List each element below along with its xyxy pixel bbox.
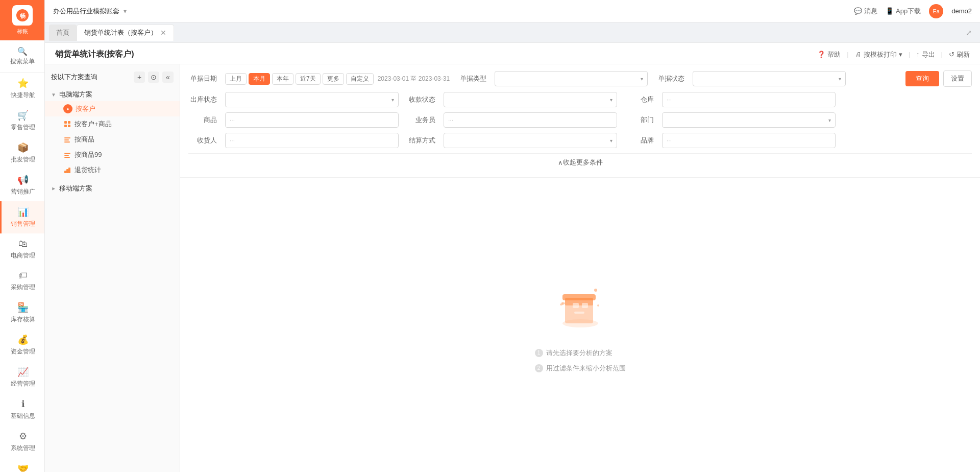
svg-point-21: [597, 304, 599, 306]
doc-type-label: 单据类型: [458, 74, 486, 83]
desktop-group-header[interactable]: ▼ 电脑端方案: [45, 88, 180, 101]
payment-status-select[interactable]: ▾: [444, 92, 617, 107]
collapse-panel-button[interactable]: «: [162, 72, 174, 83]
tab-sales-stat[interactable]: 销货单统计表（按客户） ✕: [77, 25, 174, 41]
print-label: 按模板打印: [864, 50, 897, 59]
sidebar-item-inventory[interactable]: 🏪 库存核算: [0, 297, 44, 329]
export-button[interactable]: ↑ 导出: [916, 50, 935, 59]
date-btn-custom[interactable]: 自定义: [346, 73, 374, 85]
warehouse-label: 仓库: [625, 95, 654, 104]
warehouse-placeholder: ···: [667, 96, 672, 103]
collapse-more-button[interactable]: ∧ 收起更多条件: [188, 153, 972, 171]
goods-label: 商品: [188, 115, 217, 125]
doc-type-arrow: ▾: [641, 76, 643, 82]
tab-bar-inner: 首页 销货单统计表（按客户） ✕: [49, 25, 961, 41]
settlement-select[interactable]: ▾: [444, 133, 617, 148]
header-dropdown-icon[interactable]: ▾: [124, 8, 127, 15]
dept-select[interactable]: ▾: [662, 112, 836, 128]
sidebar-item-enterprise[interactable]: 🤝 企业协同: [0, 458, 44, 472]
svg-rect-12: [64, 171, 66, 173]
date-btn-this-month[interactable]: 本月: [249, 73, 270, 85]
scheme-item-by-customer-goods[interactable]: 按客户+商品: [45, 116, 180, 132]
sidebar-item-system[interactable]: ⚙ 系统管理: [0, 426, 44, 458]
user-avatar[interactable]: Ea: [929, 4, 943, 18]
scheme-item-by-customer[interactable]: ● 按客户: [45, 101, 180, 116]
divider-3: |: [941, 51, 943, 58]
help-button[interactable]: ❓ 帮助: [817, 50, 841, 59]
receiver-placeholder: ···: [230, 137, 235, 144]
sidebar-inventory-label: 库存核算: [11, 315, 35, 324]
sidebar-item-quick-nav[interactable]: ⭐ 快捷导航: [0, 73, 44, 105]
empty-hint-2-text: 用过滤条件来缩小分析范围: [546, 362, 626, 375]
salesperson-select[interactable]: ···: [444, 112, 617, 128]
sidebar-item-sales[interactable]: 📊 销售管理: [0, 201, 44, 233]
date-btn-this-year[interactable]: 本年: [272, 73, 293, 85]
sidebar-item-retail[interactable]: 🛒 零售管理: [0, 105, 44, 137]
date-label: 单据日期: [188, 74, 217, 83]
date-btn-last-month[interactable]: 上月: [225, 73, 247, 85]
print-button[interactable]: 🖨 按模板打印 ▾: [855, 50, 902, 59]
sidebar-item-wholesale[interactable]: 📦 批发管理: [0, 137, 44, 169]
refresh-button[interactable]: ↺ 刷新: [949, 50, 970, 59]
tab-maximize-icon[interactable]: ⤢: [966, 29, 972, 37]
warehouse-select[interactable]: ···: [662, 92, 836, 107]
system-icon: ⚙: [19, 431, 27, 442]
page-title: 销货单统计表(按客户): [55, 49, 134, 60]
app-download-button[interactable]: 📱 App下载: [886, 7, 921, 16]
divider-2: |: [909, 51, 910, 58]
goods-select[interactable]: ···: [225, 112, 399, 128]
doc-type-select[interactable]: ▾: [495, 71, 648, 86]
sidebar-item-finance[interactable]: 💰 资金管理: [0, 329, 44, 361]
purchase-icon: 🏷: [18, 270, 28, 281]
scheme-icon-customer-goods: [63, 120, 71, 128]
edit-scheme-button[interactable]: ⊙: [148, 72, 159, 83]
svg-rect-22: [573, 303, 579, 308]
panel-header: 按以下方案查询 + ⊙ «: [45, 68, 180, 86]
app-title: 办公用品行业模拟账套: [53, 7, 119, 16]
query-button[interactable]: 查询: [905, 71, 939, 86]
tab-bar-right: ⤢: [962, 29, 976, 37]
settings-button[interactable]: 设置: [943, 70, 972, 87]
mobile-group-header[interactable]: ▼ 移动端方案: [45, 182, 180, 195]
filter-row-1: 单据日期 上月 本月 本年 近7天 更多 自定义 2023-03-01 至 20…: [188, 70, 972, 87]
scheme-item-customer-goods-label: 按客户+商品: [75, 120, 112, 129]
desktop-group-label: 电脑端方案: [59, 90, 92, 99]
tab-close-icon[interactable]: ✕: [160, 29, 166, 37]
filter-row-4: 收货人 ··· 结算方式 ▾ 品牌 ···: [188, 133, 972, 148]
svg-rect-2: [64, 121, 67, 124]
sidebar-item-search[interactable]: 🔍 搜索菜单: [0, 40, 44, 73]
svg-rect-6: [64, 137, 70, 138]
scheme-item-return-label: 退货统计: [75, 166, 101, 175]
step-2-circle: 2: [535, 364, 543, 372]
svg-rect-8: [64, 141, 70, 143]
receiver-select[interactable]: ···: [225, 133, 399, 148]
sidebar-item-ecommerce[interactable]: 🛍 电商管理: [0, 233, 44, 265]
tab-home[interactable]: 首页: [49, 25, 77, 41]
add-scheme-button[interactable]: +: [134, 72, 145, 83]
scheme-item-by-goods-99[interactable]: 按商品99: [45, 147, 180, 162]
sidebar-item-basic-info[interactable]: ℹ 基础信息: [0, 393, 44, 426]
out-status-select[interactable]: ▾: [225, 92, 399, 107]
brand-placeholder: ···: [667, 137, 672, 144]
header-left: 办公用品行业模拟账套 ▾: [53, 7, 127, 16]
refresh-label: 刷新: [957, 50, 970, 59]
sidebar-retail-label: 零售管理: [11, 123, 35, 132]
sidebar-item-operation[interactable]: 📈 经营管理: [0, 361, 44, 393]
scheme-item-return-stat[interactable]: 退货统计: [45, 162, 180, 178]
date-btn-last-7[interactable]: 近7天: [296, 73, 321, 85]
right-content: 单据日期 上月 本月 本年 近7天 更多 自定义 2023-03-01 至 20…: [180, 64, 980, 472]
message-button[interactable]: 💬 消息: [854, 7, 877, 16]
brand-select[interactable]: ···: [662, 133, 836, 148]
svg-rect-9: [64, 153, 70, 154]
brand-label: 品牌: [625, 136, 654, 145]
export-icon: ↑: [916, 51, 920, 58]
sidebar-item-purchase[interactable]: 🏷 采购管理: [0, 265, 44, 297]
date-btn-more[interactable]: 更多: [323, 73, 344, 85]
sidebar-system-label: 系统管理: [11, 444, 35, 453]
sidebar-item-marketing[interactable]: 📢 营销推广: [0, 169, 44, 201]
quick-nav-icon: ⭐: [17, 78, 29, 89]
scheme-item-by-goods[interactable]: 按商品: [45, 132, 180, 147]
empty-hint-1-text: 请先选择要分析的方案: [546, 346, 612, 360]
doc-status-select[interactable]: ▾: [693, 71, 846, 86]
scheme-icon-return: [63, 166, 71, 174]
